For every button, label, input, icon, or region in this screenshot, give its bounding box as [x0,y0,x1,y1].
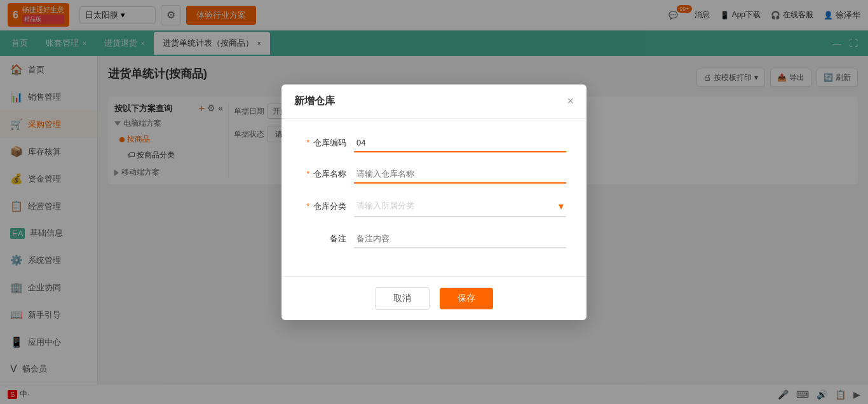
note-label: 备注 [302,233,346,245]
name-required-star: * [306,169,309,178]
category-required-star: * [306,201,309,211]
code-label: * 仓库编码 [302,137,346,149]
warehouse-modal: 新增仓库 × * 仓库编码 * 仓库名称 [281,84,587,320]
note-label-text: 备注 [330,234,346,243]
form-row-note: 备注 [302,230,566,248]
category-dropdown-icon: ▾ [559,200,564,212]
category-select[interactable]: 请输入所属分类 ▾ [354,196,566,217]
category-label: * 仓库分类 [302,201,346,212]
category-placeholder: 请输入所属分类 [356,200,414,212]
modal-title: 新增仓库 [294,95,335,108]
save-button[interactable]: 保存 [440,288,493,309]
code-input[interactable] [354,134,566,152]
form-row-category: * 仓库分类 请输入所属分类 ▾ [302,196,566,217]
modal-header: 新增仓库 × [281,84,587,119]
form-row-name: * 仓库名称 [302,165,566,184]
modal-overlay: 新增仓库 × * 仓库编码 * 仓库名称 [0,0,868,404]
name-label: * 仓库名称 [302,168,346,180]
form-row-code: * 仓库编码 [302,134,566,152]
name-label-text: 仓库名称 [313,169,346,178]
code-label-text: 仓库编码 [313,138,346,147]
cancel-button[interactable]: 取消 [375,287,430,310]
modal-footer: 取消 保存 [281,276,587,320]
modal-body: * 仓库编码 * 仓库名称 * 仓库分类 请输入 [281,119,587,276]
note-input[interactable] [354,230,566,248]
name-input[interactable] [354,165,566,184]
code-required-star: * [306,138,309,147]
modal-close-button[interactable]: × [567,95,574,108]
category-label-text: 仓库分类 [313,201,346,211]
